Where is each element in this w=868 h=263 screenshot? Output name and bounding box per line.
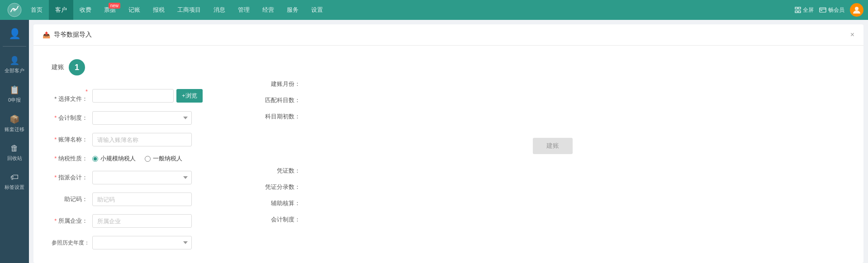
migration-icon: 📦 [9, 114, 19, 124]
accounting-system-select[interactable] [92, 111, 192, 125]
member-label: 畅会员 [828, 6, 844, 14]
nav-customers[interactable]: 客户 [49, 0, 73, 20]
file-select-row: * * 选择文件： +浏览 [52, 88, 242, 103]
voucher-entries-label: 凭证分录数： [260, 183, 300, 191]
small-taxpayer-label: 小规模纳税人 [100, 155, 136, 163]
belongs-company-row: * 所属企业： [52, 214, 242, 228]
voucher-count-row: 凭证数： [260, 167, 845, 175]
dialog-header: 📤 导爷数据导入 × [33, 24, 863, 46]
subject-init-label: 科目期初数： [260, 113, 300, 121]
belongs-company-label: * 所属企业： [52, 217, 88, 225]
match-subjects-label: 匹配科目数： [260, 96, 300, 104]
subject-init-row: 科目期初数： [260, 113, 845, 121]
nav-invoice[interactable]: 票据 new [98, 0, 122, 20]
svg-rect-5 [798, 11, 801, 13]
close-button[interactable]: × [850, 31, 854, 39]
file-label: * * 选择文件： [52, 88, 88, 103]
auxiliary-accounting-row: 辅助核算： [260, 199, 845, 207]
nav-management[interactable]: 管理 [232, 0, 256, 20]
ledger-name-row: * 账簿名称： [52, 133, 242, 146]
sidebar: 👤 👤 全部客户 📋 0申报 📦 账套迁移 🗑 回收站 🏷 标签设置 [0, 20, 29, 263]
reference-year-row: 参照历史年度： [52, 236, 242, 249]
dialog-icon: 📤 [43, 31, 50, 38]
belongs-company-input[interactable] [92, 214, 192, 228]
nav-bookkeeping[interactable]: 记账 [122, 0, 147, 20]
step-label: 建账 [52, 63, 64, 71]
nav-billing[interactable]: 收费 [73, 0, 98, 20]
assign-accountant-select[interactable] [92, 171, 192, 184]
svg-rect-3 [798, 7, 801, 9]
radio-small-taxpayer[interactable]: 小规模纳税人 [92, 155, 136, 163]
auxiliary-accounting-label: 辅助核算： [260, 199, 300, 207]
voucher-entries-row: 凭证分录数： [260, 183, 845, 191]
memo-code-label: 助记码： [52, 195, 88, 203]
nav-business[interactable]: 工商项目 [171, 0, 207, 20]
fullscreen-button[interactable]: 全屏 [795, 6, 814, 14]
info-section: 建账月份： 匹配科目数： 科目期初数： 建账 [260, 59, 845, 249]
avatar[interactable] [850, 3, 863, 17]
tax-type-radio-group: 小规模纳税人 一般纳税人 [92, 155, 182, 163]
top-navigation: 首页 客户 收费 票据 new 记账 报税 工商项目 消息 管理 经营 服务 设… [0, 0, 868, 20]
match-subjects-row: 匹配科目数： [260, 96, 845, 104]
main-layout: 👤 👤 全部客户 📋 0申报 📦 账套迁移 🗑 回收站 🏷 标签设置 📤 [0, 20, 868, 263]
svg-rect-4 [795, 11, 797, 13]
sidebar-item-recycle-bin[interactable]: 🗑 回收站 [0, 139, 29, 166]
fullscreen-label: 全屏 [803, 6, 814, 14]
nav-operations[interactable]: 经营 [256, 0, 280, 20]
assign-accountant-label: * 指派会计： [52, 174, 88, 182]
general-taxpayer-label: 一般纳税人 [153, 155, 182, 163]
dialog-card: 📤 导爷数据导入 × 建账 1 * [33, 24, 863, 263]
all-customers-icon: 👤 [9, 56, 19, 66]
svg-rect-7 [821, 10, 822, 11]
file-input-group: +浏览 [92, 89, 203, 103]
radio-general-taxpayer[interactable]: 一般纳税人 [145, 155, 182, 163]
dialog-title: 导爷数据导入 [54, 31, 92, 39]
create-month-row: 建账月份： [260, 80, 845, 88]
dialog-body: 建账 1 * * 选择文件： +浏览 [33, 46, 863, 263]
tag-icon: 🏷 [10, 173, 19, 182]
sidebar-logo: 👤 [3, 24, 26, 47]
reference-year-label: 参照历史年度： [52, 239, 88, 247]
nav-messages[interactable]: 消息 [207, 0, 232, 20]
ledger-name-label: * 账簿名称： [52, 136, 88, 144]
nav-menu: 首页 客户 收费 票据 new 记账 报税 工商项目 消息 管理 经营 服务 设… [24, 0, 795, 20]
nav-home[interactable]: 首页 [24, 0, 49, 20]
browse-button[interactable]: +浏览 [176, 89, 203, 103]
accounting-system-info-row: 会计制度： [260, 216, 845, 224]
voucher-count-label: 凭证数： [260, 167, 300, 175]
new-badge: new [109, 3, 120, 9]
step-header: 建账 1 [52, 59, 242, 75]
svg-rect-6 [820, 8, 826, 12]
nav-right-actions: 全屏 畅会员 [795, 3, 863, 17]
tax-type-row: * 纳税性质： 小规模纳税人 一般纳税人 [52, 155, 242, 163]
memo-code-row: 助记码： [52, 193, 242, 206]
memo-code-input[interactable] [92, 193, 192, 206]
nav-services[interactable]: 服务 [280, 0, 305, 20]
svg-rect-2 [795, 7, 797, 9]
accounting-system-info-label: 会计制度： [260, 216, 300, 224]
member-button[interactable]: 畅会员 [819, 6, 844, 14]
nav-tax[interactable]: 报税 [147, 0, 171, 20]
svg-point-1 [13, 9, 16, 11]
reference-year-select[interactable] [92, 236, 192, 249]
file-input[interactable] [92, 89, 174, 103]
accounting-system-row: * 会计制度： [52, 111, 242, 125]
tax-type-label: * 纳税性质： [52, 155, 88, 163]
svg-point-8 [855, 7, 859, 10]
recycle-icon: 🗑 [10, 144, 19, 153]
accounting-system-label: * 会计制度： [52, 114, 88, 122]
assign-accountant-row: * 指派会计： [52, 171, 242, 184]
ledger-name-input[interactable] [92, 133, 192, 146]
form-section: 建账 1 * * 选择文件： +浏览 [52, 59, 242, 249]
create-month-label: 建账月份： [260, 80, 300, 88]
create-account-button[interactable]: 建账 [533, 138, 573, 154]
content-area: 📤 导爷数据导入 × 建账 1 * [29, 20, 868, 263]
sidebar-item-all-customers[interactable]: 👤 全部客户 [0, 51, 29, 79]
nav-settings[interactable]: 设置 [305, 0, 329, 20]
sidebar-item-account-migration[interactable]: 📦 账套迁移 [0, 110, 29, 137]
step-circle: 1 [69, 59, 85, 75]
sidebar-item-zero-declaration[interactable]: 📋 0申报 [0, 80, 29, 108]
sidebar-item-tag-settings[interactable]: 🏷 标签设置 [0, 168, 29, 195]
app-logo [5, 0, 24, 20]
declaration-icon: 📋 [9, 85, 19, 95]
